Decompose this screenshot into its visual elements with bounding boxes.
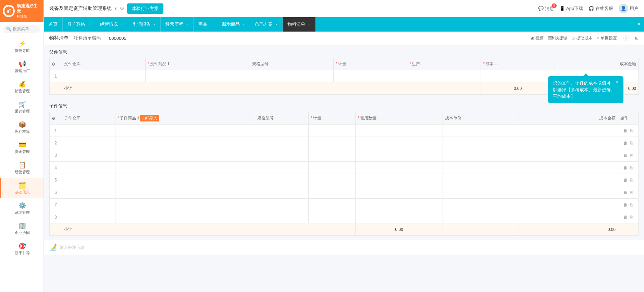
child-spec-6[interactable] — [255, 186, 309, 199]
child-goods-3[interactable] — [115, 149, 255, 162]
tab-close-barcode[interactable]: × — [275, 22, 277, 26]
note-placeholder[interactable]: 输入备注信息 — [60, 245, 84, 250]
child-warehouse-7[interactable] — [62, 199, 115, 211]
user-area[interactable]: 👤 用户 — [619, 4, 639, 13]
child-warehouse-3[interactable] — [62, 149, 115, 162]
sidebar-item-operations[interactable]: 📋经营管理 — [0, 158, 44, 178]
tab-bom[interactable]: 物料清单× — [283, 17, 315, 32]
child-unit-price-3[interactable] — [443, 149, 513, 162]
copy-icon-7[interactable]: ⎘ — [630, 202, 633, 207]
child-qty-5[interactable] — [356, 174, 443, 186]
child-warehouse-1[interactable] — [62, 125, 115, 137]
child-unit-7[interactable] — [308, 199, 355, 211]
tab-profit[interactable]: 利润报告× — [128, 17, 161, 32]
tab-close-operations[interactable]: × — [121, 22, 123, 26]
parent-goods-cell[interactable] — [146, 70, 250, 82]
tab-close-customer[interactable]: × — [88, 22, 90, 26]
delete-icon-4[interactable]: 🗑 — [623, 165, 628, 170]
tab-customer[interactable]: 客户联络× — [63, 17, 95, 32]
copy-icon-8[interactable]: ⎘ — [630, 215, 633, 220]
child-qty-3[interactable] — [356, 149, 443, 162]
sidebar-item-basic-info[interactable]: 🗂️基础信息 — [0, 178, 44, 198]
close-all-tabs-btn[interactable]: × — [634, 21, 644, 27]
child-unit-price-6[interactable] — [443, 186, 513, 199]
tab-history[interactable]: 经营历程× — [161, 17, 193, 32]
parent-cost-cell[interactable] — [481, 70, 555, 82]
app-download-btn[interactable]: 📱 App下载 — [559, 5, 583, 12]
delete-icon-3[interactable]: 🗑 — [623, 153, 628, 158]
child-unit-5[interactable] — [308, 174, 355, 186]
message-btn[interactable]: 💬 消息 6 — [538, 5, 554, 12]
delete-icon-7[interactable]: 🗑 — [623, 202, 628, 207]
child-goods-6[interactable] — [115, 186, 255, 199]
child-unit-3[interactable] — [308, 149, 355, 162]
delete-icon-5[interactable]: 🗑 — [623, 178, 628, 183]
next-page-btn[interactable]: › — [626, 35, 631, 41]
child-unit-4[interactable] — [308, 162, 355, 174]
child-unit-price-7[interactable] — [443, 199, 513, 211]
child-spec-8[interactable] — [255, 211, 309, 223]
child-qty-2[interactable] — [356, 137, 443, 149]
copy-icon-3[interactable]: ⎘ — [630, 153, 633, 158]
child-qty-4[interactable] — [356, 162, 443, 174]
sidebar-item-marketing[interactable]: 📢营销推广 — [0, 57, 44, 77]
child-warehouse-6[interactable] — [62, 186, 115, 199]
tab-close-bom[interactable]: × — [308, 22, 310, 26]
parent-spec-cell[interactable] — [250, 70, 333, 82]
copy-icon-6[interactable]: ⎘ — [630, 190, 633, 195]
child-goods-8[interactable] — [115, 211, 255, 223]
sidebar-search-area[interactable]: 🔍 搜索菜单 — [0, 22, 44, 36]
delete-icon-2[interactable]: 🗑 — [623, 141, 628, 145]
tab-goods[interactable]: 商品× — [194, 17, 217, 32]
gear-icon[interactable]: ⚙ — [120, 5, 124, 12]
copy-icon-4[interactable]: ⎘ — [630, 165, 633, 170]
child-goods-1[interactable] — [115, 125, 255, 137]
shortcut-action[interactable]: ⌨ 快捷键 — [548, 35, 567, 41]
tab-barcode[interactable]: 条码方案× — [250, 17, 283, 32]
child-unit-price-4[interactable] — [443, 162, 513, 174]
page-breadcrumb[interactable]: 物料清单 — [49, 35, 69, 41]
copy-icon-5[interactable]: ⎘ — [630, 178, 633, 183]
experience-btn[interactable]: 体验行业方案 — [127, 3, 163, 14]
child-goods-7[interactable] — [115, 199, 255, 211]
child-qty-7[interactable] — [356, 199, 443, 211]
online-service-btn[interactable]: 🎧 在线客服 — [589, 5, 613, 12]
tab-operations[interactable]: 经营情况× — [95, 17, 128, 32]
tab-close-new-goods[interactable]: × — [243, 22, 245, 26]
parent-warehouse-cell[interactable] — [62, 70, 146, 82]
tab-close-goods[interactable]: × — [210, 22, 212, 26]
sidebar-item-quick-nav[interactable]: ⚡快捷导航 — [0, 36, 44, 57]
system-title-arrow[interactable]: ▾ — [114, 6, 117, 11]
child-col-gear[interactable]: ⚙ — [50, 112, 62, 125]
sidebar-item-purchase[interactable]: 🛒采购管理 — [0, 97, 44, 117]
child-spec-5[interactable] — [255, 174, 309, 186]
child-spec-4[interactable] — [255, 162, 309, 174]
tab-home[interactable]: 首页 — [44, 17, 63, 32]
view-action[interactable]: ◉ 视频 — [531, 35, 544, 41]
copy-icon-1[interactable]: ⎘ — [630, 128, 633, 133]
copy-icon-2[interactable]: ⎘ — [630, 141, 633, 145]
child-unit-price-8[interactable] — [443, 211, 513, 223]
delete-icon-1[interactable]: 🗑 — [623, 128, 628, 133]
child-warehouse-5[interactable] — [62, 174, 115, 186]
grid-view-btn[interactable]: ⊞ — [635, 36, 639, 40]
tab-new-goods[interactable]: 新增商品× — [217, 17, 250, 32]
child-unit-price-1[interactable] — [443, 125, 513, 137]
child-warehouse-2[interactable] — [62, 137, 115, 149]
tab-close-history[interactable]: × — [186, 22, 188, 26]
tab-close-profit[interactable]: × — [153, 22, 156, 26]
sidebar-item-enterprise[interactable]: 🏢企业协同 — [0, 219, 44, 239]
child-warehouse-8[interactable] — [62, 211, 115, 223]
parent-col-gear[interactable]: ⚙ — [50, 58, 62, 70]
child-qty-1[interactable] — [356, 125, 443, 137]
child-qty-8[interactable] — [356, 211, 443, 223]
child-spec-2[interactable] — [255, 137, 309, 149]
child-unit-price-2[interactable] — [443, 137, 513, 149]
tooltip-close-btn[interactable]: × — [616, 80, 619, 84]
delete-icon-6[interactable]: 🗑 — [623, 190, 628, 195]
parent-prod-cell[interactable] — [407, 70, 481, 82]
single-setting-action[interactable]: ≡ 单据设置 — [597, 35, 617, 41]
parent-unit-cell[interactable] — [334, 70, 407, 82]
sidebar-item-finance[interactable]: 💳资金管理 — [0, 138, 44, 158]
sidebar-item-newbie[interactable]: 🎯新手引导 — [0, 239, 44, 259]
